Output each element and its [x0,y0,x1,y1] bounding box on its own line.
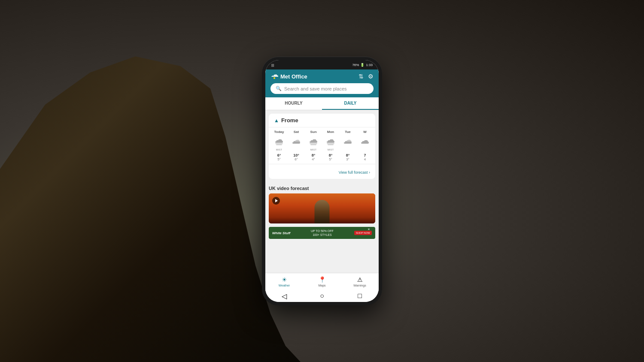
forecast-day-tue: Tue 8° 3° [339,127,356,164]
android-nav: ◁ ○ □ [265,290,379,302]
search-placeholder-text: Search and save more places [284,86,347,91]
forecast-grid: Today MIST 6° 5° [269,127,375,164]
app-logo: Met Office [270,73,307,80]
ad-logo: White Stuff [272,231,290,235]
phone-device: ||| 76% 🔋 1:33 [262,57,382,305]
weather-nav-label: Weather [279,284,290,287]
maps-nav-label: Maps [318,284,325,287]
met-office-logo-icon [270,73,278,79]
tabs-container: HOURLY DAILY [265,97,379,110]
video-section-title: UK video forecast [269,186,375,191]
phone-screen: ||| 76% 🔋 1:33 [265,60,379,302]
header-actions: ⇅ ⚙ [358,73,374,80]
bottom-nav: ☀ Weather 📍 Maps ⚠ Warnings [265,273,379,290]
scene: ||| 76% 🔋 1:33 [0,0,644,362]
ad-cta-button[interactable]: SHOP NOW [354,231,372,235]
clock: 1:33 [366,63,373,67]
view-full-forecast[interactable]: View full forecast › [269,164,375,179]
status-right: 76% 🔋 1:33 [352,63,373,67]
app-content: Met Office ⇅ ⚙ 🔍 Search and save more pl… [265,69,379,302]
nav-item-warnings[interactable]: ⚠ Warnings [341,275,379,288]
svg-point-0 [273,77,275,79]
forecast-day-today: Today MIST 6° 5° [270,127,288,164]
search-bar-container: 🔍 Search and save more places [265,83,379,97]
signal-icons: ||| [271,63,274,67]
view-forecast-link[interactable]: View full forecast › [339,170,370,175]
presenter-silhouette [315,200,330,223]
weather-icon-mist-mon [326,138,335,145]
weather-nav-icon: ☀ [282,276,287,283]
warnings-nav-label: Warnings [353,284,366,287]
forecast-day-wed: W 7 4 [356,127,374,164]
play-button[interactable] [272,197,280,205]
forecast-day-sun: Sun MIST 8° 4° [305,127,322,164]
sort-button[interactable]: ⇅ [358,73,364,80]
location-arrow-icon: ▲ [274,118,279,124]
warnings-nav-icon: ⚠ [357,276,363,283]
android-home-button[interactable]: ○ [319,293,325,299]
ad-close-button[interactable]: ✕ [368,228,370,231]
recent-icon: □ [358,292,362,300]
forecast-day-sat: Sat 10° 6° [288,127,305,164]
app-header: Met Office ⇅ ⚙ [265,69,379,83]
scroll-content: ▲ Frome Today [265,110,379,273]
home-icon: ○ [320,292,324,300]
battery-icon: 🔋 [360,63,365,67]
location-name: Frome [281,117,298,124]
weather-icon-mist-sun [309,138,318,145]
weather-icon-mist-today [274,138,284,145]
weather-icon-cloud-sat [292,138,301,145]
status-left: ||| [271,63,274,67]
logo-text: Met Office [280,73,307,80]
status-bar: ||| 76% 🔋 1:33 [265,60,379,69]
hand-silhouette [0,40,301,362]
battery-percent: 76% [352,63,359,67]
video-section: UK video forecast [265,182,379,227]
ad-text: UP TO 50% OFF100+ STYLES [311,229,334,237]
settings-button[interactable]: ⚙ [368,73,374,80]
play-triangle-icon [275,199,278,202]
video-thumbnail[interactable] [269,193,375,223]
back-icon: ◁ [282,292,287,300]
tab-hourly[interactable]: HOURLY [265,97,322,110]
android-recent-button[interactable]: □ [356,293,363,299]
search-input-wrap[interactable]: 🔍 Search and save more places [270,83,374,94]
weather-icon-cloud-tue [343,138,352,145]
android-back-button[interactable]: ◁ [281,293,288,299]
search-icon: 🔍 [276,86,282,91]
weather-card-frome: ▲ Frome Today [269,114,375,179]
nav-item-weather[interactable]: ☀ Weather [265,275,303,288]
location-header: ▲ Frome [269,114,375,127]
maps-nav-icon: 📍 [319,276,326,283]
forecast-day-mon: Mon MIST 8° 5° [322,127,339,164]
weather-icon-cloud-wed [360,138,370,145]
nav-item-maps[interactable]: 📍 Maps [303,275,341,288]
tab-daily[interactable]: DAILY [322,97,379,110]
ad-banner: White Stuff UP TO 50% OFF100+ STYLES SHO… [269,227,375,239]
